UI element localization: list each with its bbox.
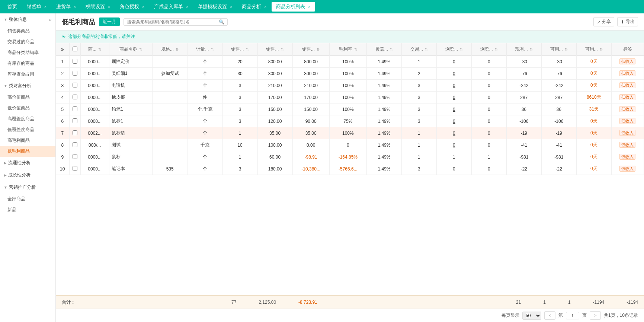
- cell-checkbox[interactable]: [69, 103, 80, 115]
- sidebar-group-growth[interactable]: ▶ 成长性分析: [0, 169, 55, 181]
- cell-checkbox[interactable]: [69, 92, 80, 103]
- close-icon[interactable]: ×: [264, 4, 266, 9]
- cell-checkbox[interactable]: [69, 127, 80, 139]
- current-page-input[interactable]: [566, 312, 579, 319]
- sidebar-item-traded-products[interactable]: 交易过的商品: [0, 36, 55, 47]
- sidebar-item-new-products[interactable]: 新品: [0, 204, 55, 215]
- cell-checkbox[interactable]: [69, 115, 80, 127]
- cell-checkbox[interactable]: [69, 151, 80, 163]
- row-checkbox[interactable]: [73, 166, 77, 171]
- col-unit[interactable]: 计量... ⇅: [188, 43, 222, 56]
- per-page-select[interactable]: 50 100 200: [522, 312, 541, 320]
- close-icon[interactable]: ×: [108, 4, 110, 9]
- cell-checkbox[interactable]: [69, 56, 80, 68]
- nav-role-auth[interactable]: 角色授权 ×: [115, 2, 149, 12]
- prev-page-button[interactable]: ＜: [544, 311, 555, 320]
- sidebar-group-marketing[interactable]: ▼ 营销推广分析: [0, 181, 55, 194]
- cell-browse1[interactable]: 0: [436, 56, 471, 68]
- col-code[interactable]: 商... ⇅: [80, 43, 109, 56]
- cell-browse1[interactable]: 0: [436, 92, 471, 103]
- col-sales-profit[interactable]: 销售... ⇅: [292, 43, 329, 56]
- sidebar-item-low-coverage[interactable]: 低覆盖度商品: [0, 124, 55, 135]
- close-icon[interactable]: ×: [230, 4, 232, 9]
- close-icon[interactable]: ×: [44, 4, 47, 9]
- col-profit-rate[interactable]: 毛利率 ⇅: [329, 43, 366, 56]
- sidebar-group-circulation[interactable]: ▶ 流通性分析: [0, 157, 55, 169]
- row-checkbox[interactable]: [73, 154, 77, 159]
- close-icon[interactable]: ×: [308, 4, 310, 9]
- col-settings[interactable]: ⚙: [56, 43, 69, 56]
- row-checkbox[interactable]: [73, 130, 77, 135]
- sidebar-item-category-rate[interactable]: 商品分类助销率: [0, 47, 55, 58]
- row-checkbox[interactable]: [73, 142, 77, 147]
- col-sales-qty[interactable]: 销售... ⇅: [222, 43, 257, 56]
- close-icon[interactable]: ×: [142, 4, 144, 9]
- close-icon[interactable]: ×: [74, 4, 76, 9]
- close-icon[interactable]: ×: [186, 4, 188, 9]
- cell-browse1[interactable]: 0: [436, 139, 471, 151]
- search-input[interactable]: [127, 19, 219, 25]
- sidebar-item-all-products[interactable]: 全部商品: [0, 194, 55, 204]
- sidebar-item-high-margin[interactable]: 高毛利商品: [0, 135, 55, 146]
- cell-stock: -19: [506, 127, 541, 139]
- nav-home[interactable]: 首页: [3, 2, 22, 12]
- next-page-button[interactable]: ＞: [590, 311, 601, 320]
- col-stock[interactable]: 现有... ⇅: [506, 43, 541, 56]
- col-avail[interactable]: 可用... ⇅: [541, 43, 576, 56]
- filter-recent-month-button[interactable]: 近一月: [99, 17, 120, 26]
- nav-purchase-order[interactable]: 进货单 ×: [52, 2, 80, 12]
- row-checkbox[interactable]: [73, 59, 77, 64]
- select-all-checkbox[interactable]: [73, 47, 77, 51]
- col-spec[interactable]: 规格... ⇅: [152, 43, 188, 56]
- col-tag[interactable]: 标签: [611, 43, 644, 56]
- row-checkbox[interactable]: [73, 106, 77, 111]
- sidebar-item-high-value[interactable]: 高价值商品: [0, 92, 55, 103]
- cell-browse1[interactable]: 0: [436, 80, 471, 92]
- cell-browse1[interactable]: 0: [436, 68, 471, 80]
- col-browse1[interactable]: 浏览... ⇅: [436, 43, 471, 56]
- col-browse2[interactable]: 浏览... ⇅: [471, 43, 506, 56]
- sidebar-item-high-coverage[interactable]: 高覆盖度商品: [0, 114, 55, 124]
- sidebar-item-sales-products[interactable]: 销售类商品: [0, 26, 55, 36]
- share-button[interactable]: ↗ 分享: [593, 17, 614, 26]
- export-button[interactable]: ⬆ 导出: [617, 17, 638, 26]
- nav-product-analysis-list[interactable]: 商品分析列表 ×: [272, 2, 315, 12]
- row-checkbox[interactable]: [73, 95, 77, 99]
- sidebar-item-low-value[interactable]: 低价值商品: [0, 103, 55, 114]
- col-trade[interactable]: 交易... ⇅: [401, 43, 436, 56]
- sidebar-group-overall[interactable]: ▼ 整体信息 «: [0, 13, 55, 26]
- nav-permission[interactable]: 权限设置 ×: [81, 2, 115, 12]
- cell-browse2: 0: [471, 56, 506, 68]
- col-name[interactable]: 商品名称 ⇅: [109, 43, 152, 56]
- row-checkbox[interactable]: [73, 71, 77, 76]
- cell-browse1[interactable]: 0: [436, 103, 471, 115]
- row-checkbox[interactable]: [73, 83, 77, 87]
- cell-checkbox[interactable]: [69, 139, 80, 151]
- cell-checkbox[interactable]: [69, 163, 80, 175]
- sidebar-item-low-margin[interactable]: 低毛利商品: [0, 146, 55, 157]
- col-sales-amt[interactable]: 销售... ⇅: [257, 43, 292, 56]
- cell-sales-profit: -98.91: [292, 151, 329, 163]
- footer-spacer: [340, 300, 494, 305]
- sidebar-group-wealth[interactable]: ▼ 类财富分析: [0, 80, 55, 92]
- cell-sales-qty: 3: [222, 115, 257, 127]
- nav-template-settings[interactable]: 单据模板设置 ×: [193, 2, 237, 12]
- col-days[interactable]: 可销... ⇅: [576, 43, 611, 56]
- cell-checkbox[interactable]: [69, 80, 80, 92]
- nav-product-stock[interactable]: 产成品入库单 ×: [150, 2, 193, 12]
- sidebar-item-in-stock[interactable]: 有库存的商品: [0, 58, 55, 69]
- cell-browse1[interactable]: 0: [436, 127, 471, 139]
- table-container[interactable]: ⚙ 商... ⇅ 商品名称 ⇅ 规格... ⇅ 计量... ⇅ 销售... ⇅ …: [56, 43, 644, 295]
- nav-sales-order[interactable]: 销货单 ×: [22, 2, 51, 12]
- cell-browse1[interactable]: 1: [436, 151, 471, 163]
- sidebar-item-capital[interactable]: 库存资金占用: [0, 69, 55, 80]
- col-checkbox[interactable]: [69, 43, 80, 56]
- row-checkbox[interactable]: [73, 118, 77, 123]
- search-icon[interactable]: 🔍: [219, 19, 224, 25]
- collapse-icon[interactable]: «: [49, 17, 52, 23]
- cell-browse1[interactable]: 0: [436, 163, 471, 175]
- cell-browse1[interactable]: 0: [436, 115, 471, 127]
- cell-checkbox[interactable]: [69, 68, 80, 80]
- col-coverage[interactable]: 覆盖... ⇅: [366, 43, 401, 56]
- nav-product-analysis[interactable]: 商品分析 ×: [237, 2, 271, 12]
